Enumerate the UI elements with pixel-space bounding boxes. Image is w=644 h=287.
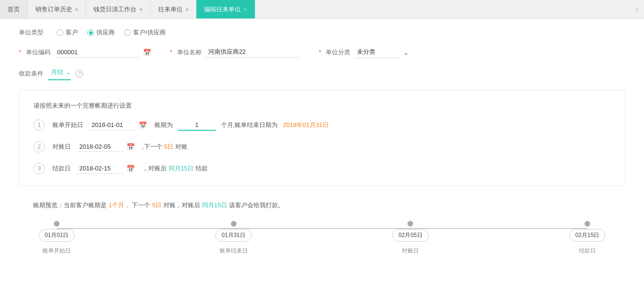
- unit-code-input[interactable]: [54, 47, 139, 58]
- preview-section: 账期预览：当前客户账期是 1个月， 下一个 5日 对账，对账后 同月15日 该客…: [19, 194, 625, 262]
- tab-expand-icon[interactable]: ›: [630, 0, 644, 18]
- unit-category-chevron[interactable]: ⌄: [403, 49, 409, 56]
- tab-counterparty[interactable]: 往来单位 ×: [151, 0, 196, 18]
- payment-row: 收款条件 月结 ⌄ ?: [19, 67, 625, 80]
- period-card: 请按照未来的一个完整帐期进行设置 1 账单开始日 📅 账期为 个月,账单结束日期…: [19, 90, 625, 186]
- timeline-label-0: 账单开始日: [42, 247, 71, 255]
- tab-counterparty-label: 往来单位: [158, 5, 183, 14]
- period-row-3: 3 结款日 📅 ，对账后 同月15日 结款: [34, 163, 610, 174]
- timeline-badge-3: 02月15日: [569, 229, 606, 242]
- timeline-container: 01月01日 账单开始日 01月31日 账单结束日 02月05日 对账日 02月…: [33, 221, 611, 255]
- timeline-point-0: 01月01日 账单开始日: [38, 221, 76, 255]
- radio-both[interactable]: 客户/供应商: [124, 28, 166, 37]
- timeline-label-2: 对账日: [402, 247, 419, 255]
- reconcile-date-icon[interactable]: 📅: [127, 143, 135, 151]
- unit-name-required: *: [170, 49, 172, 56]
- preview-highlight2: 5日: [152, 202, 161, 209]
- radio-supplier-circle: [87, 29, 94, 36]
- tab-cash-workbench-label: 钱货日清工作台: [93, 5, 136, 14]
- radio-customer-label: 客户: [66, 28, 78, 37]
- unit-category-required: *: [319, 49, 321, 56]
- reconcile-date-input[interactable]: [76, 142, 124, 152]
- period-row3-desc: ，对账后 同月15日 结款: [142, 164, 208, 173]
- tab-home[interactable]: 首页: [0, 0, 28, 18]
- tab-sales-history[interactable]: 销售订单历史 ×: [28, 0, 86, 18]
- field-unit-name: * 单位名称: [170, 47, 300, 58]
- period-row2-suffix: 对账: [175, 143, 187, 150]
- radio-supplier[interactable]: 供应商: [87, 28, 115, 37]
- tab-home-label: 首页: [8, 5, 20, 14]
- preview-highlight3: 同月15日: [202, 202, 227, 209]
- timeline-dot-0: [54, 221, 59, 227]
- main-content: 单位类型 客户 供应商 客户/供应商 * 单位编码 📅 * 单位名称: [0, 19, 644, 287]
- unit-code-label: 单位编码: [26, 48, 51, 57]
- start-date-input[interactable]: [89, 120, 136, 130]
- tab-sales-history-close[interactable]: ×: [75, 7, 78, 12]
- timeline-label-1: 账单结束日: [220, 247, 248, 255]
- tab-bar: 首页 销售订单历史 × 钱货日清工作台 × 往来单位 × 编辑往来单位 × ›: [0, 0, 644, 19]
- timeline-dot-3: [585, 221, 590, 227]
- timeline-badge-1: 01月31日: [215, 229, 252, 242]
- timeline-point-3: 02月15日 结款日: [568, 221, 606, 255]
- tab-edit-counterparty-label: 编辑往来单位: [204, 5, 241, 14]
- period-num-1: 1: [34, 119, 45, 131]
- radio-supplier-label: 供应商: [96, 28, 115, 37]
- timeline-point-1: 01月31日 账单结束日: [215, 221, 253, 255]
- radio-both-circle: [124, 29, 131, 36]
- unit-code-required: *: [19, 49, 21, 56]
- timeline-dot-1: [231, 221, 237, 227]
- tab-edit-counterparty-close[interactable]: ×: [244, 7, 246, 12]
- payment-value: 月结: [48, 67, 66, 78]
- payment-date-icon[interactable]: 📅: [127, 165, 135, 172]
- preview-highlight1: 1个月，: [109, 202, 130, 209]
- period-row1-desc: 账期为 个月,账单结束日期为 2018年01月31日: [154, 120, 329, 131]
- radio-both-label: 客户/供应商: [133, 28, 166, 37]
- tab-cash-workbench[interactable]: 钱货日清工作台 ×: [86, 0, 150, 18]
- radio-customer[interactable]: 客户: [57, 28, 78, 37]
- timeline-dot-2: [407, 221, 413, 227]
- period-num-3: 3: [34, 163, 45, 174]
- period-card-title: 请按照未来的一个完整帐期进行设置: [34, 101, 610, 110]
- start-date-icon[interactable]: 📅: [139, 121, 147, 129]
- payment-condition-label: 收款条件: [19, 69, 43, 78]
- period-end-date: 2018年01月31日: [283, 121, 329, 128]
- period-month-input[interactable]: [178, 120, 216, 131]
- field-unit-category: * 单位分类 未分类 ⌄: [319, 46, 409, 58]
- unit-category-label: 单位分类: [326, 48, 350, 57]
- period-row2-highlight: 5日: [164, 143, 173, 150]
- preview-prefix: 账期预览：当前客户账期是: [33, 202, 107, 209]
- payment-date-input[interactable]: [76, 163, 124, 174]
- tab-edit-counterparty[interactable]: 编辑往来单位 ×: [196, 0, 254, 18]
- help-icon[interactable]: ?: [76, 70, 83, 77]
- unit-code-icon[interactable]: 📅: [143, 49, 151, 56]
- period-row2-desc: ,下一个 5日 对账: [142, 143, 187, 151]
- tab-sales-history-label: 销售订单历史: [35, 5, 72, 14]
- period-desc-prefix1: 账期为: [154, 121, 173, 128]
- unit-category-value: 未分类: [354, 46, 401, 58]
- period-desc-suffix1: 个月,账单结束日期为: [221, 121, 278, 128]
- unit-name-input[interactable]: [205, 47, 300, 58]
- unit-name-label: 单位名称: [177, 48, 202, 57]
- period-row3-highlight: 同月15日: [169, 165, 194, 172]
- preview-middle2: 对账，对账后: [163, 202, 200, 209]
- period-label-1: 账单开始日: [52, 121, 83, 129]
- period-num-2: 2: [34, 141, 45, 152]
- timeline-label-3: 结款日: [579, 247, 596, 255]
- field-unit-code: * 单位编码 📅: [19, 47, 151, 58]
- preview-suffix: 该客户会给我打款。: [229, 202, 284, 209]
- payment-select[interactable]: 月结 ⌄: [48, 67, 71, 80]
- period-row-1: 1 账单开始日 📅 账期为 个月,账单结束日期为 2018年01月31日: [34, 119, 610, 131]
- field-row-main: * 单位编码 📅 * 单位名称 * 单位分类 未分类 ⌄: [19, 46, 625, 58]
- period-row3-prefix: ，对账后: [142, 165, 167, 172]
- period-label-3: 结款日: [52, 164, 71, 173]
- timeline-point-2: 02月05日 对账日: [391, 221, 429, 255]
- unit-category-select[interactable]: 未分类 ⌄: [354, 46, 409, 58]
- tab-cash-workbench-close[interactable]: ×: [139, 7, 142, 12]
- preview-text: 账期预览：当前客户账期是 1个月， 下一个 5日 对账，对账后 同月15日 该客…: [33, 201, 611, 210]
- tab-counterparty-close[interactable]: ×: [186, 7, 188, 12]
- timeline-points: 01月01日 账单开始日 01月31日 账单结束日 02月05日 对账日 02月…: [38, 221, 606, 255]
- period-row-2: 2 对账日 📅 ,下一个 5日 对账: [34, 141, 610, 152]
- payment-chevron-icon[interactable]: ⌄: [66, 69, 71, 76]
- radio-customer-circle: [57, 29, 63, 36]
- period-row2-prefix: ,下一个: [142, 143, 162, 150]
